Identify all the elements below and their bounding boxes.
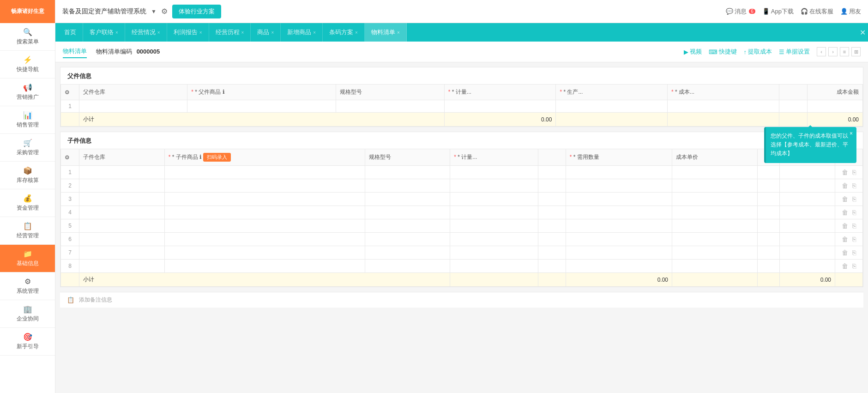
parent-cost-1[interactable] [668, 100, 779, 113]
delete-icon[interactable]: 🗑 [842, 209, 848, 216]
single-settings-action[interactable]: ☰ 单据设置 [779, 48, 810, 56]
tab-goods[interactable]: 商品 × [251, 23, 281, 42]
tab-barcode-close[interactable]: × [355, 30, 358, 35]
child-unit-2[interactable] [450, 179, 538, 193]
child-unit-3[interactable] [450, 193, 538, 206]
child-unit-6[interactable] [450, 233, 538, 246]
child-goods-3[interactable] [164, 193, 365, 206]
extract-cost-action[interactable]: ↑ 提取成本 [744, 48, 772, 56]
child-goods-4[interactable] [164, 206, 365, 219]
delete-icon[interactable]: 🗑 [842, 249, 848, 256]
sidebar-item-guide[interactable]: 🎯 新手引导 [0, 328, 55, 356]
child-warehouse-7[interactable] [79, 246, 165, 260]
child-spec-4[interactable] [365, 206, 450, 219]
child-unitcost-6[interactable] [672, 233, 757, 246]
tab-customer-close[interactable]: × [115, 30, 118, 35]
child-quantity-8[interactable] [566, 260, 672, 273]
tab-history-close[interactable]: × [241, 30, 244, 35]
tab-history[interactable]: 经营历程 × [209, 23, 251, 42]
list-view-btn[interactable]: ≡ [840, 47, 849, 56]
child-goods-7[interactable] [164, 246, 365, 260]
sidebar-item-system[interactable]: ⚙ 系统管理 [0, 272, 55, 300]
video-action[interactable]: ▶ 视频 [684, 48, 702, 56]
tab-profit[interactable]: 利润报告 × [167, 23, 209, 42]
online-service-button[interactable]: 🎧 在线客服 [801, 7, 833, 16]
child-warehouse-8[interactable] [79, 260, 165, 273]
child-unitcost-8[interactable] [672, 260, 757, 273]
grid-view-btn[interactable]: ⊞ [851, 47, 861, 56]
app-download-button[interactable]: 📱 App下载 [762, 7, 794, 16]
tab-new-goods[interactable]: 新增商品 × [281, 23, 323, 42]
child-goods-6[interactable] [164, 233, 365, 246]
copy-icon[interactable]: ⎘ [852, 262, 856, 270]
child-warehouse-4[interactable] [79, 206, 165, 219]
child-goods-5[interactable] [164, 219, 365, 233]
sidebar-item-inventory[interactable]: 📦 库存核算 [0, 162, 55, 189]
experience-button[interactable]: 体验行业方案 [172, 5, 221, 18]
sidebar-item-enterprise[interactable]: 🏢 企业协同 [0, 300, 55, 328]
child-unit-5[interactable] [450, 219, 538, 233]
child-warehouse-3[interactable] [79, 193, 165, 206]
child-unit-8[interactable] [450, 260, 538, 273]
copy-icon[interactable]: ⎘ [852, 222, 856, 230]
child-unitcost-2[interactable] [672, 179, 757, 193]
child-quantity-2[interactable] [566, 179, 672, 193]
child-unitcost-3[interactable] [672, 193, 757, 206]
copy-icon[interactable]: ⎘ [852, 209, 856, 216]
child-spec-8[interactable] [365, 260, 450, 273]
copy-icon[interactable]: ⎘ [852, 182, 856, 189]
child-goods-1[interactable] [164, 166, 365, 179]
copy-icon[interactable]: ⎘ [852, 195, 856, 203]
child-unitcost-1[interactable] [672, 166, 757, 179]
child-quantity-4[interactable] [566, 206, 672, 219]
shortcut-action[interactable]: ⌨ 快捷键 [709, 48, 737, 56]
tab-bom[interactable]: 物料清单 × [365, 23, 407, 42]
delete-icon[interactable]: 🗑 [842, 182, 848, 189]
tab-operations-close[interactable]: × [157, 30, 160, 35]
child-unitcost-7[interactable] [672, 246, 757, 260]
copy-icon[interactable]: ⎘ [852, 236, 856, 243]
tab-profit-close[interactable]: × [199, 30, 202, 35]
parent-warehouse-1[interactable] [79, 100, 187, 113]
child-unit-7[interactable] [450, 246, 538, 260]
user-button[interactable]: 👤 用友 [840, 7, 861, 16]
delete-icon[interactable]: 🗑 [842, 236, 848, 243]
sidebar-item-basic[interactable]: 📁 基础信息 [0, 245, 55, 272]
child-unitcost-5[interactable] [672, 219, 757, 233]
tab-new-goods-close[interactable]: × [313, 30, 316, 35]
tooltip-close[interactable]: × [850, 129, 853, 138]
sidebar-item-purchase[interactable]: 🛒 采购管理 [0, 134, 55, 162]
next-arrow[interactable]: › [828, 47, 838, 56]
sidebar-item-quicknav[interactable]: ⚡ 快捷导航 [0, 51, 55, 79]
parent-th-settings[interactable]: ⚙ [61, 85, 79, 100]
child-warehouse-1[interactable] [79, 166, 165, 179]
sub-tab-bom-code[interactable]: 物料清单编码 0000005 [96, 46, 160, 58]
delete-icon[interactable]: 🗑 [842, 262, 848, 270]
system-dropdown[interactable]: ▼ [151, 8, 157, 15]
child-th-settings[interactable]: ⚙ [61, 149, 79, 166]
child-quantity-7[interactable] [566, 246, 672, 260]
child-unitcost-4[interactable] [672, 206, 757, 219]
prev-arrow[interactable]: ‹ [817, 47, 826, 56]
child-spec-5[interactable] [365, 219, 450, 233]
parent-production-1[interactable] [556, 100, 668, 113]
parent-goods-1[interactable] [187, 100, 336, 113]
delete-icon[interactable]: 🗑 [842, 195, 848, 203]
child-spec-6[interactable] [365, 233, 450, 246]
child-warehouse-5[interactable] [79, 219, 165, 233]
copy-icon[interactable]: ⎘ [852, 249, 856, 256]
child-unit-4[interactable] [450, 206, 538, 219]
child-quantity-1[interactable] [566, 166, 672, 179]
sub-tab-bom-list[interactable]: 物料清单 [63, 45, 87, 58]
scan-button[interactable]: 扫码录入 [203, 153, 231, 162]
child-quantity-3[interactable] [566, 193, 672, 206]
sidebar-item-marketing[interactable]: 📢 营销推广 [0, 79, 55, 106]
tab-operations[interactable]: 经营情况 × [125, 23, 167, 42]
child-quantity-5[interactable] [566, 219, 672, 233]
copy-icon[interactable]: ⎘ [852, 169, 856, 176]
close-all-tabs[interactable]: ✕ [860, 28, 866, 37]
parent-unit-1[interactable] [444, 100, 556, 113]
child-unit-1[interactable] [450, 166, 538, 179]
sidebar-item-sales[interactable]: 📊 销售管理 [0, 106, 55, 134]
sidebar-item-finance[interactable]: 💰 资金管理 [0, 189, 55, 217]
